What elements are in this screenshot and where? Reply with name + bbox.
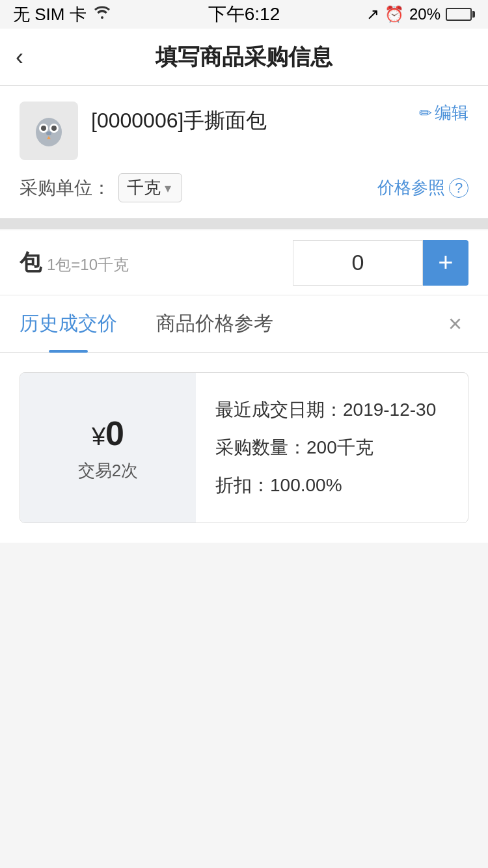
yen-symbol: ¥	[92, 423, 105, 450]
back-button[interactable]: ‹	[16, 44, 23, 71]
tab-underline	[49, 350, 88, 353]
quantity-display[interactable]: 0	[293, 240, 423, 286]
price-ref-button[interactable]: 价格参照 ?	[377, 176, 468, 199]
alarm-icon: ⏰	[385, 5, 404, 23]
detail-qty-label: 采购数量：	[215, 437, 306, 457]
status-time: 下午6:12	[208, 2, 280, 27]
pencil-icon: ✏	[419, 104, 432, 122]
tab-history-price[interactable]: 历史成交价	[20, 295, 117, 353]
bottom-area	[0, 543, 488, 868]
svg-point-4	[51, 126, 57, 131]
history-card: ¥0 交易2次 最近成交日期：2019-12-30 采购数量：200千克 折扣：…	[20, 372, 468, 523]
qty-unit-small: 1包=10千克	[47, 254, 129, 275]
detail-date-row: 最近成交日期：2019-12-30	[215, 396, 448, 424]
unit-select[interactable]: 千克 ▾	[118, 173, 182, 202]
status-bar: 无 SIM 卡 下午6:12 ↗ ⏰ 20%	[0, 0, 488, 29]
divider	[0, 219, 488, 229]
tabs-container: 历史成交价 商品价格参考 ×	[0, 295, 488, 353]
detail-date-value: 2019-12-30	[343, 400, 436, 420]
detail-discount-value: 100.00%	[270, 475, 342, 495]
close-button[interactable]: ×	[442, 304, 468, 344]
detail-date-label: 最近成交日期：	[215, 400, 343, 420]
unit-row: 采购单位： 千克 ▾	[20, 173, 182, 202]
detail-qty-row: 采购数量：200千克	[215, 434, 448, 461]
unit-label: 采购单位：	[20, 176, 111, 200]
quantity-section: 包 1包=10千克 0 +	[0, 230, 488, 295]
battery-icon	[446, 8, 475, 21]
location-icon: ↗	[366, 5, 379, 23]
detail-qty-value: 200千克	[306, 437, 373, 457]
carrier-text: 无 SIM 卡	[13, 3, 87, 26]
question-icon: ?	[449, 178, 468, 198]
page-title: 填写商品采购信息	[156, 42, 332, 72]
status-right: ↗ ⏰ 20%	[366, 5, 475, 23]
tabs-left: 历史成交价 商品价格参考	[20, 295, 273, 353]
battery-percent: 20%	[409, 5, 441, 23]
qty-unit-big: 包	[20, 248, 42, 278]
product-image	[20, 102, 78, 160]
history-section: ¥0 交易2次 最近成交日期：2019-12-30 采购数量：200千克 折扣：…	[0, 353, 488, 543]
edit-button[interactable]: ✏ 编辑	[419, 102, 468, 124]
svg-point-5	[46, 131, 51, 135]
history-trades: 交易2次	[78, 459, 138, 482]
history-price-block: ¥0 交易2次	[20, 373, 196, 522]
history-price: ¥0	[92, 414, 124, 453]
dropdown-arrow-icon: ▾	[165, 180, 171, 196]
product-card: [0000006]手撕面包 ✏ 编辑 采购单位： 千克 ▾ 价格参照 ?	[0, 86, 488, 219]
product-name: [0000006]手撕面包	[91, 102, 267, 135]
quantity-input-group: 0 +	[293, 240, 468, 286]
wifi-icon	[92, 5, 113, 25]
detail-discount-row: 折扣：100.00%	[215, 472, 448, 499]
detail-discount-label: 折扣：	[215, 475, 270, 495]
history-detail-block: 最近成交日期：2019-12-30 采购数量：200千克 折扣：100.00%	[196, 373, 468, 522]
svg-point-3	[41, 126, 46, 131]
header: ‹ 填写商品采购信息	[0, 29, 488, 86]
status-left: 无 SIM 卡	[13, 3, 113, 26]
tab-product-price-ref[interactable]: 商品价格参考	[156, 295, 273, 353]
quantity-plus-button[interactable]: +	[423, 240, 468, 286]
quantity-label: 包 1包=10千克	[20, 248, 129, 278]
